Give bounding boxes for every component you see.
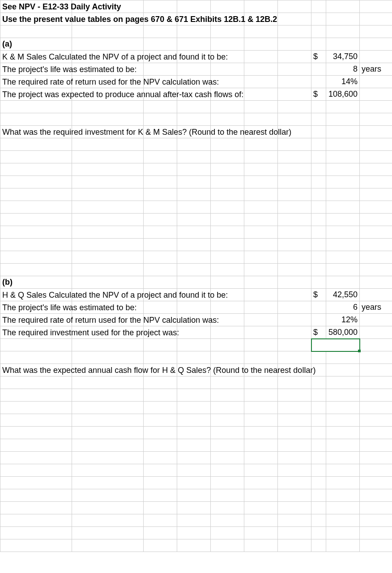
cell[interactable]	[0, 264, 72, 276]
cell[interactable]	[244, 502, 278, 514]
cell[interactable]	[0, 26, 72, 38]
cell[interactable]	[211, 389, 244, 402]
cell[interactable]	[72, 389, 144, 402]
cell[interactable]	[360, 276, 392, 289]
cell[interactable]	[278, 138, 311, 151]
cell[interactable]	[177, 201, 211, 214]
cell[interactable]	[360, 38, 392, 51]
cell[interactable]	[311, 101, 326, 113]
cell[interactable]	[326, 376, 360, 389]
cell[interactable]	[144, 163, 177, 176]
cell[interactable]	[211, 414, 244, 427]
cell[interactable]	[144, 514, 177, 527]
cell[interactable]	[244, 489, 278, 502]
cell[interactable]	[211, 427, 244, 439]
cell[interactable]	[244, 26, 278, 38]
cell[interactable]	[244, 38, 278, 51]
cell[interactable]	[244, 264, 278, 276]
cell[interactable]	[0, 188, 72, 201]
cell[interactable]	[211, 0, 244, 13]
cell-title2[interactable]: Use the present value tables on pages 67…	[0, 13, 72, 26]
cell[interactable]	[177, 251, 211, 264]
cell[interactable]	[0, 339, 72, 351]
cell[interactable]	[278, 38, 311, 51]
cell[interactable]	[177, 264, 211, 276]
cell[interactable]	[326, 427, 360, 439]
cell[interactable]	[211, 339, 244, 351]
cell[interactable]	[311, 0, 326, 13]
cell[interactable]	[72, 188, 144, 201]
cell[interactable]	[211, 439, 244, 452]
cell[interactable]	[211, 38, 244, 51]
cell-a-line2-value[interactable]: 8	[326, 63, 360, 76]
cell[interactable]	[144, 339, 177, 351]
cell[interactable]	[311, 514, 326, 527]
cell[interactable]	[278, 214, 311, 226]
cell[interactable]	[244, 138, 278, 151]
cell[interactable]	[144, 188, 177, 201]
cell[interactable]	[177, 351, 211, 364]
cell[interactable]	[326, 251, 360, 264]
cell[interactable]	[311, 477, 326, 489]
cell[interactable]	[311, 76, 326, 88]
cell[interactable]	[244, 63, 278, 76]
cell[interactable]	[177, 113, 211, 126]
cell[interactable]	[211, 113, 244, 126]
cell[interactable]	[72, 527, 144, 539]
cell[interactable]	[326, 214, 360, 226]
cell[interactable]	[360, 26, 392, 38]
cell[interactable]	[72, 502, 144, 514]
cell[interactable]	[144, 176, 177, 188]
cell[interactable]	[177, 38, 211, 51]
cell[interactable]	[244, 163, 278, 176]
cell[interactable]	[177, 0, 211, 13]
cell[interactable]	[311, 113, 326, 126]
cell-a-question[interactable]: What was the required investment for K &…	[0, 126, 72, 138]
cell[interactable]	[244, 414, 278, 427]
cell[interactable]	[278, 402, 311, 414]
cell[interactable]	[0, 539, 72, 552]
cell[interactable]	[278, 477, 311, 489]
cell[interactable]	[278, 101, 311, 113]
cell[interactable]	[211, 351, 244, 364]
cell[interactable]	[0, 427, 72, 439]
cell[interactable]	[278, 276, 311, 289]
cell-a-line3-value[interactable]: 14%	[326, 76, 360, 88]
cell[interactable]	[144, 113, 177, 126]
cell[interactable]	[326, 276, 360, 289]
cell[interactable]	[72, 276, 144, 289]
cell[interactable]	[326, 452, 360, 464]
cell[interactable]	[311, 502, 326, 514]
cell[interactable]	[72, 402, 144, 414]
cell[interactable]	[360, 251, 392, 264]
cell[interactable]	[144, 389, 177, 402]
cell[interactable]	[311, 138, 326, 151]
cell[interactable]	[360, 289, 392, 301]
cell[interactable]	[311, 402, 326, 414]
cell[interactable]	[244, 464, 278, 477]
cell[interactable]	[311, 539, 326, 552]
cell[interactable]	[0, 489, 72, 502]
cell[interactable]	[360, 88, 392, 101]
cell[interactable]	[72, 201, 144, 214]
cell[interactable]	[0, 514, 72, 527]
cell[interactable]	[72, 514, 144, 527]
cell[interactable]	[326, 0, 360, 13]
cell[interactable]	[211, 276, 244, 289]
cell[interactable]	[326, 176, 360, 188]
cell[interactable]	[311, 314, 326, 326]
cell[interactable]	[0, 477, 72, 489]
cell[interactable]	[144, 201, 177, 214]
cell[interactable]	[211, 151, 244, 163]
cell-b-line3[interactable]: The required rate of return used for the…	[0, 314, 72, 326]
cell[interactable]	[144, 38, 177, 51]
cell[interactable]	[360, 138, 392, 151]
cell[interactable]	[360, 351, 392, 364]
cell-a-line1-symbol[interactable]: $	[311, 51, 326, 63]
cell[interactable]	[211, 101, 244, 113]
cell[interactable]	[244, 113, 278, 126]
cell[interactable]	[72, 539, 144, 552]
cell[interactable]	[360, 452, 392, 464]
cell[interactable]	[0, 376, 72, 389]
cell[interactable]	[211, 138, 244, 151]
